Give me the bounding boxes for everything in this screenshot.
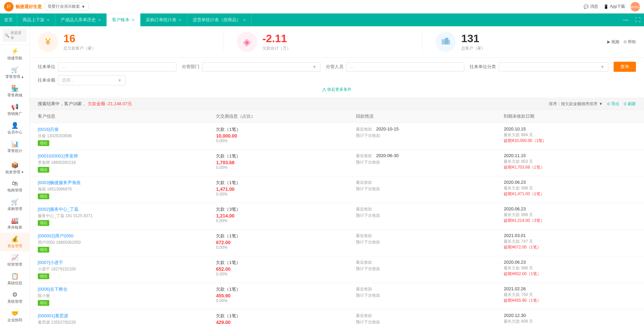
tab-purchase-stat[interactable]: 采购订单统计表 ✕ (140, 13, 187, 26)
sort-selector[interactable]: 排序：按欠款金额倒序排序 ▼ (549, 101, 603, 107)
overdue-amount-3[interactable]: 超期¥1,214.00（3笔） (504, 218, 636, 224)
member-icon: 👤 (11, 122, 19, 129)
overdue-amount-2[interactable]: 超期¥1,471.00（1笔） (504, 191, 636, 197)
tab-customer-account[interactable]: 客户账本 ✕ (107, 13, 140, 26)
user-avatar[interactable]: demo2 (631, 2, 640, 11)
sidebar-item-quick-nav[interactable]: ⚡ 快捷导航 (0, 45, 29, 63)
debt-count-4: 欠款（1笔） (216, 233, 340, 239)
company-selector[interactable]: 母婴行业演示账套 ▼ (45, 3, 88, 10)
debt-count-5: 欠款（1笔） (216, 260, 340, 266)
tab-close-icon[interactable]: ✕ (132, 18, 135, 22)
sidebar-item-corp[interactable]: 🤝 企业协同 (0, 307, 29, 324)
debt-count-0: 欠款（1笔） (216, 126, 340, 132)
cell-customer-2: [0003]畅捷服务尹海燕 海燕 18513066976 现结 (30, 176, 208, 203)
marketing-icon: 📢 (11, 103, 19, 111)
export-button[interactable]: ⊙ 导出 (607, 101, 619, 107)
filter-row-2: 往来余额 选择... ▼ (38, 75, 636, 85)
debt-amount-7[interactable]: 429.00 (216, 320, 340, 324)
collapse-row[interactable]: ⋀ 收起更多条件 (38, 85, 636, 94)
person-input[interactable]: ··· (346, 62, 465, 71)
recovery-row-7: 最近收款 预计下次收款 (356, 313, 487, 324)
help-button[interactable]: ⊙ 帮助 (623, 39, 636, 45)
debt-amount-0[interactable]: 10,000.00 (216, 133, 340, 139)
customer-name-2[interactable]: [0003]畅捷服务尹海燕 (38, 180, 200, 186)
warehouse-icon: 🏭 (11, 217, 19, 224)
due-date-2: 2020.06.23 (504, 180, 636, 185)
sidebar-item-warehouse[interactable]: 🏭 库存核算 (0, 214, 29, 233)
app-download-button[interactable]: 📱 App下载 (604, 4, 625, 9)
debt-amount-4[interactable]: 672.00 (216, 240, 340, 245)
customer-name-0[interactable]: [0016]吕俊 (38, 126, 200, 132)
sidebar-item-finance[interactable]: 💰 资金管理 (0, 233, 29, 251)
due-date-7: 2020.12.30 (504, 313, 636, 318)
tab-home[interactable]: 首页 (0, 13, 17, 26)
refresh-button[interactable]: ⊙ 刷新 (623, 101, 636, 107)
sidebar-item-wholesale[interactable]: 📦 批发管理 ▼ (0, 159, 29, 177)
tab-home-label: 首页 (4, 17, 13, 23)
dept-select[interactable]: ▼ (202, 62, 320, 71)
recovery-row-6: 最近收款 预计下次收款 (356, 286, 487, 298)
tab-close-icon[interactable]: ✕ (243, 18, 246, 22)
sidebar-item-member[interactable]: 👤 会员中心 (0, 119, 29, 138)
debt-amount-1[interactable]: 1,703.68 (216, 160, 340, 165)
sidebar-item-system[interactable]: ⚙ 系统管理 (0, 288, 29, 307)
logo-icon: 好 (4, 2, 13, 11)
tab-minimize-icon[interactable]: — (620, 17, 632, 23)
customer-name-7[interactable]: [000001]黄思源 (38, 313, 200, 319)
sidebar-item-basic[interactable]: 📋 基础信息 (0, 270, 29, 288)
customer-name-6[interactable]: [0006]去下粮仓 (38, 286, 200, 292)
tab-expand-icon[interactable]: ⛶ (632, 17, 644, 23)
th-customer-info: 客户信息 (30, 110, 208, 123)
debt-amount-3[interactable]: 1,214.00 (216, 213, 340, 218)
sidebar-item-retail-store[interactable]: 🏪 零售商城 (0, 82, 29, 100)
overdue-amount-4[interactable]: 超期¥672.00（1笔） (504, 244, 636, 250)
balance-select[interactable]: 选择... ▼ (58, 75, 125, 85)
overdue-days-4: 最长欠款 747 天 (504, 239, 636, 244)
tab-product-offline[interactable]: 商品上下架 ✕ (17, 13, 55, 26)
customer-name-1[interactable]: [0001020001]李老师 (38, 153, 200, 159)
customer-name-5[interactable]: [0007]小迸干 (38, 260, 200, 266)
tab-inbound-stat[interactable]: 进货单统计表（按商品） ✕ (187, 13, 252, 26)
query-button[interactable]: 查询 (614, 62, 636, 72)
customer-name-4[interactable]: [000002]用户2050 (38, 233, 200, 239)
next-payment-6: 预计下次收款 (356, 293, 487, 298)
brand-name: 畅捷通好生意 (16, 4, 42, 10)
tab-product-history[interactable]: 产成品入库单历史 ✕ (55, 13, 107, 26)
unit-category-select[interactable]: ▼ (499, 62, 608, 71)
th-recovery: 回款情况 (348, 110, 496, 123)
message-button[interactable]: 💬 消息 (584, 4, 598, 9)
debt-amount-2[interactable]: 1,471.00 (216, 186, 340, 192)
debt-percent-2: 0.00% (216, 192, 340, 197)
refresh-icon: ⊙ (623, 101, 627, 106)
sidebar-search-box[interactable]: 🔍 搜索菜单 (3, 29, 27, 42)
debt-percent-6: 0.00% (216, 298, 340, 303)
cell-due-date-5: 2020.06.23 最长欠款 998 天 超期¥652.00（1笔） (496, 256, 644, 283)
tab-close-icon[interactable]: ✕ (47, 18, 50, 22)
overdue-amount-5[interactable]: 超期¥652.00（1笔） (504, 271, 636, 277)
ops-icon: 📈 (11, 254, 19, 261)
overdue-amount-0[interactable]: 超期¥10,000.00（1笔） (504, 138, 636, 144)
recovery-row-0: 最近收款 2020-10-15 预计下次收款 (356, 126, 487, 139)
sidebar-item-ops[interactable]: 📈 经营管理 (0, 251, 29, 270)
sidebar-item-purchase[interactable]: 🛒 采购管理 (0, 196, 29, 214)
finance-icon: 💰 (11, 235, 19, 243)
debt-amount-5[interactable]: 652.00 (216, 266, 340, 272)
sidebar-item-ecommerce[interactable]: 🛍 电商管理 (0, 177, 29, 196)
debt-amount-6[interactable]: 455.90 (216, 293, 340, 298)
sidebar-item-retail-stat[interactable]: 📊 零售统计 (0, 138, 29, 156)
source-unit-input[interactable]: ··· (58, 62, 176, 71)
tab-close-icon[interactable]: ✕ (178, 18, 181, 22)
customer-name-3[interactable]: [0002]服务中心_丁磊 (38, 206, 200, 212)
sidebar-item-retail-mgmt[interactable]: 🛒 零售管理 ▲ (0, 63, 29, 82)
next-payment-0: 预计下次收款 (356, 133, 487, 139)
table-row: [0016]吕俊 吕俊 13026203696 现结 欠款（1笔） 10,000… (30, 123, 644, 150)
sidebar-search-area[interactable]: 🔍 搜索菜单 (0, 26, 29, 45)
overdue-days-1: 最长欠款 853 天 (504, 159, 636, 165)
last-payment-5: 最近收款 (356, 260, 487, 265)
tab-product-history-label: 产成品入库单历史 (61, 17, 96, 23)
overdue-amount-1[interactable]: 超期¥1,703.68（1笔） (504, 165, 636, 170)
sidebar-item-marketing[interactable]: 📢 营销推广 (0, 100, 29, 119)
tab-close-icon[interactable]: ✕ (98, 18, 101, 22)
video-help-button[interactable]: ▶ 视频 (607, 39, 619, 45)
overdue-amount-6[interactable]: 超期¥455.90（1笔） (504, 298, 636, 303)
